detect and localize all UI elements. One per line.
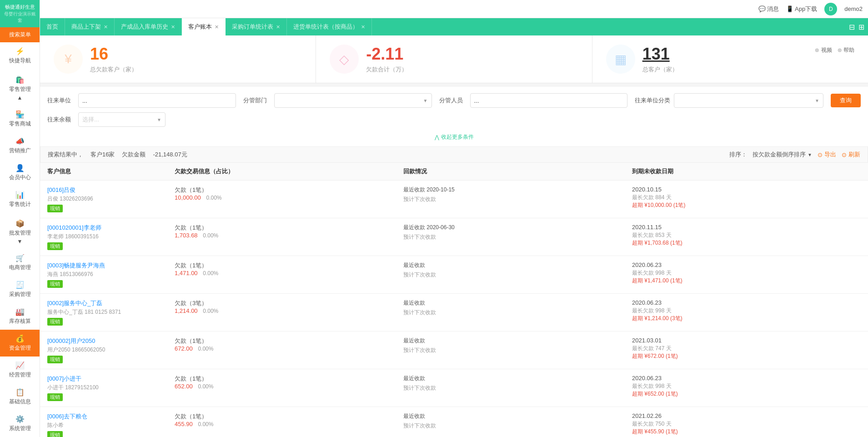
col-debt-info: 欠款交易信息（占比） [175,167,403,176]
membership-icon: 👤 [15,164,25,172]
retail-mgmt-icon: 🛍️ [15,75,25,84]
overdue-days-4: 最长欠款 747 天 [632,345,861,352]
customer-name-0[interactable]: [0016]吕俊 [47,186,175,194]
tabs-actions: ⊟ ⊞ [845,23,868,31]
topbar-right: 💬 消息 📱 App下载 D demo2 [758,3,863,15]
tabs-minimize-icon[interactable]: ⊟ [849,23,855,31]
tab-product-history[interactable]: 产成品入库单历史 ✕ [115,18,182,35]
sidebar-item-membership[interactable]: 👤 会员中心 [0,159,40,186]
filter-from-unit: 往来单位 ... [47,93,236,108]
video-btn[interactable]: ⊙ 视频 [815,46,832,54]
overdue-days-6: 最长欠款 750 天 [632,420,861,428]
from-unit-input[interactable]: ... [78,93,236,108]
customer-phone-6: 陈小希 [47,422,175,429]
user-avatar[interactable]: D [824,3,837,15]
sidebar-item-purchase[interactable]: 🧾 采购管理 [0,276,40,303]
tab-product-shelf[interactable]: 商品上下架 ✕ [65,18,115,35]
overdue-amount-3[interactable]: 超期 ¥1,214.00 (3笔) [632,315,861,322]
branch-dept-select[interactable]: ▼ [274,93,432,108]
debt-amount-3[interactable]: 1,214.00 [175,307,198,314]
overdue-amount-0[interactable]: 超期 ¥10,000.00 (1笔) [632,201,861,209]
tab-purchase-stats[interactable]: 进货单统计表（按商品） ✕ [287,18,372,35]
customer-name-6[interactable]: [0006]去下粮仓 [47,412,175,421]
sidebar-item-retail-stats[interactable]: 📊 零售统计 [0,186,40,213]
tab-product-shelf-close[interactable]: ✕ [104,24,108,30]
debt-amount-0[interactable]: 10,000.00 [175,194,201,201]
filter-collapse-btn[interactable]: ⋀ 收起更多条件 [47,131,861,143]
customer-name-3[interactable]: [0002]服务中心_丁磊 [47,299,175,307]
sidebar-item-finance[interactable]: 💰 资金管理 [0,330,40,357]
sidebar-item-retail-store[interactable]: 🏪 零售商城 [0,105,40,132]
overdue-amount-2[interactable]: 超期 ¥1,471.00 (1笔) [632,277,861,285]
search-label: 搜索菜单 [9,31,31,38]
branch-person-input[interactable]: ... [470,93,628,108]
user-name[interactable]: demo2 [844,5,863,12]
debt-label-4: 欠款（1笔） [175,337,403,345]
unit-category-select[interactable]: ▼ [674,93,823,108]
debt-amount-5[interactable]: 652.00 [175,383,193,390]
tab-purchase-order-close[interactable]: ✕ [276,24,280,30]
debt-percent-6: 0.00% [198,421,213,427]
ecommerce-icon: 🛒 [15,254,25,262]
table-row: [0003]畅捷服务尹海燕 海燕 18513066976 现销 欠款（1笔） 1… [40,256,868,294]
debt-label-5: 欠款（1笔） [175,375,403,383]
overdue-info-0: 2020.10.15 最长欠款 884 天 超期 ¥10,000.00 (1笔) [632,186,861,209]
help-btn[interactable]: ⊙ 帮助 [838,46,854,54]
tab-purchase-order[interactable]: 采购订单统计表 ✕ [226,18,287,35]
collection-next-3: 预计下次收款 [403,309,632,316]
query-button[interactable]: 查询 [831,94,861,107]
overdue-amount-1[interactable]: 超期 ¥1,703.68 (1笔) [632,239,861,247]
export-btn[interactable]: ⊙ 导出 [818,151,836,159]
overdue-date-5: 2020.06.23 [632,375,861,382]
debt-amount-2[interactable]: 1,471.00 [175,270,198,276]
overdue-date-4: 2021.03.01 [632,337,861,344]
sidebar-item-ecommerce[interactable]: 🛒 电商管理 [0,249,40,276]
tab-home[interactable]: 首页 [40,18,65,35]
sidebar-item-operation[interactable]: 📈 经营管理 [0,357,40,383]
app-download-btn[interactable]: 📱 App下载 [786,5,817,13]
purchase-icon: 🧾 [15,281,25,289]
sidebar-item-warehouse[interactable]: 🏭 库存核算 [0,303,40,330]
customer-name-2[interactable]: [0003]畅捷服务尹海燕 [47,261,175,270]
sidebar-item-batch-mgmt[interactable]: 📦 批发管理 ▼ [0,215,40,249]
table-row: [000002]用户2050 用户2050 18665062050 现销 欠款（… [40,332,868,369]
filter-branch-dept: 分管部门 ▼ [243,93,432,108]
sidebar-item-retail-mgmt[interactable]: 🛍️ 零售管理 ▲ [0,71,40,105]
customer-name-1[interactable]: [0001020001]李老师 [47,224,175,232]
overdue-amount-4[interactable]: 超期 ¥672.00 (1笔) [632,352,861,360]
tab-customer-account-close[interactable]: ✕ [215,24,219,30]
sidebar-item-marketing[interactable]: 📣 营销推广 [0,132,40,159]
overdue-date-0: 2020.10.15 [632,186,861,193]
tabs-maximize-icon[interactable]: ⊞ [858,23,864,31]
quick-nav-label: 快捷导航 [9,57,31,65]
batch-mgmt-label: 批发管理 [9,229,31,237]
table-row: [0016]吕俊 吕俊 13026203696 现销 欠款（1笔） 10,000… [40,181,868,218]
collection-next-1: 预计下次收款 [403,233,632,241]
overdue-date-6: 2021.02.26 [632,412,861,419]
overdue-info-4: 2021.03.01 最长欠款 747 天 超期 ¥672.00 (1笔) [632,337,861,360]
sidebar-search[interactable]: 搜索菜单 [0,27,40,42]
balance-select[interactable]: 选择... ▼ [78,112,166,127]
tab-purchase-stats-close[interactable]: ✕ [361,24,365,30]
sidebar-item-basic[interactable]: 📋 基础信息 [0,383,40,410]
debt-amount-1[interactable]: 1,703.68 [175,232,198,239]
results-actions: 排序： 按欠款金额倒序排序 ▼ ⊙ 导出 ⊙ 刷新 [729,151,860,159]
customer-name-4[interactable]: [000002]用户2050 [47,337,175,345]
balance-placeholder: 选择... [82,116,99,124]
tab-product-history-close[interactable]: ✕ [171,24,175,30]
sidebar-item-quick-nav[interactable]: ⚡ 快捷导航 [0,42,40,69]
customer-name-5[interactable]: [0007]小进干 [47,375,175,383]
refresh-btn[interactable]: ⊙ 刷新 [842,151,860,159]
debt-amount-4[interactable]: 672.00 [175,345,193,352]
message-icon[interactable]: 💬 消息 [758,5,779,13]
overdue-amount-6[interactable]: 超期 ¥455.90 (1笔) [632,428,861,436]
overdue-info-1: 2020.11.15 最长欠款 853 天 超期 ¥1,703.68 (1笔) [632,224,861,247]
sidebar-logo[interactable]: 畅捷通好生意 母婴行业演示账套 [0,0,40,27]
debt-percent-3: 0.00% [203,308,218,314]
debt-amount-label: 欠款合计（万） [366,65,407,74]
tab-customer-account[interactable]: 客户账本 ✕ [182,18,226,35]
debt-amount-6[interactable]: 455.90 [175,421,193,427]
sidebar-item-system[interactable]: ⚙️ 系统管理 [0,410,40,437]
sort-value[interactable]: 按欠款金额倒序排序 ▼ [753,151,812,159]
overdue-amount-5[interactable]: 超期 ¥652.00 (1笔) [632,390,861,398]
